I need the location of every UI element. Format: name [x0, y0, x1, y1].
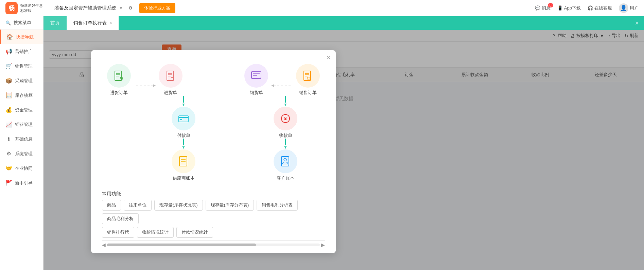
popup-close-button[interactable]: ×: [327, 54, 330, 61]
flow-node-receipt[interactable]: ¥ 收款单: [265, 107, 306, 139]
online-service-label: 在线客服: [594, 5, 612, 11]
box-icon: 📦: [5, 77, 12, 84]
quick-btn-stock-dist[interactable]: 现存量(库存分布表): [206, 200, 254, 211]
quick-btn-counterparty[interactable]: 往来单位: [124, 200, 152, 211]
home-icon: 🏠: [6, 34, 13, 40]
close-all-tabs-button[interactable]: ×: [635, 20, 639, 27]
scroll-left-button[interactable]: ◀: [102, 242, 106, 248]
dropdown-icon[interactable]: ▼: [119, 6, 123, 11]
common-functions-section: 常用功能 商品 往来单位 现存量(库存状况表) 现存量(库存分布表) 销售毛利分…: [102, 191, 325, 238]
gear-button[interactable]: ⚙: [126, 3, 135, 13]
spacer-po: [102, 96, 143, 107]
online-service-button[interactable]: 🎧 在线客服: [588, 5, 612, 11]
handshake-icon: 🤝: [5, 165, 12, 172]
flow-node-sales-bill[interactable]: 销货单: [239, 64, 274, 96]
svg-rect-9: [251, 72, 261, 78]
quick-btn-product-profit[interactable]: 商品毛利分析: [102, 213, 139, 224]
flow-row-payment-receipt: 付款单 ¥ 收款单: [102, 107, 325, 139]
flow-node-purchase-order[interactable]: 进货订单: [102, 64, 136, 96]
tab-close-button[interactable]: ×: [109, 21, 112, 25]
flow-node-payment[interactable]: 付款单: [163, 107, 204, 139]
tab-home[interactable]: 首页: [43, 16, 67, 30]
payment-icon: [172, 107, 195, 130]
scroll-right-button[interactable]: ▶: [321, 242, 325, 248]
spacer-da3: [143, 139, 163, 149]
experience-button[interactable]: 体验行业方案: [139, 3, 175, 13]
quick-btn-receipt-stats[interactable]: 收款情况统计: [137, 227, 174, 238]
sales-order-icon: [296, 64, 320, 88]
sidebar-item-quick[interactable]: 🏠 快捷导航: [0, 30, 43, 44]
chart-icon: 📈: [5, 121, 12, 128]
app-download-button[interactable]: 📱 App下载: [557, 5, 581, 11]
message-badge: 6: [548, 3, 553, 7]
headphone-icon: 🎧: [588, 5, 593, 11]
sidebar-item-system[interactable]: ⚙ 系统管理: [0, 146, 43, 161]
top-bar: 畅 畅康通好生意 标准版 装备及固定资产辅助管理系统 ▼ ⚙ 体验行业方案 💬 …: [0, 0, 644, 16]
sales-order-label: 销售订单: [299, 90, 317, 96]
quick-btn-sales-profit[interactable]: 销售毛利分析表: [257, 200, 298, 211]
purchase-bill-label: 进货单: [164, 90, 177, 96]
flow-node-sales-order[interactable]: 销售订单: [291, 64, 325, 96]
quick-btn-stock-status[interactable]: 现存量(库存状况表): [154, 200, 203, 211]
system-name: 装备及固定资产辅助管理系统: [54, 5, 116, 11]
sidebar-item-purchase[interactable]: 📦 采购管理: [0, 73, 43, 88]
calculator-icon: 🧮: [5, 92, 12, 98]
sidebar-label-finance: 资金管理: [15, 107, 33, 113]
sidebar-label-operations: 经营管理: [15, 122, 33, 128]
sidebar-item-sales[interactable]: 🛒 销售管理: [0, 59, 43, 73]
purchase-order-icon: [107, 64, 131, 88]
logo-area: 畅 畅康通好生意 标准版: [5, 2, 49, 14]
tab-sales-exec[interactable]: 销售订单执行表 ×: [67, 16, 119, 30]
user-button[interactable]: 👤 用户: [619, 3, 639, 13]
search-icon: 🔍: [5, 20, 11, 25]
phone-icon: 📱: [557, 5, 563, 11]
spacer-mid: [204, 96, 265, 107]
flag-icon: 🚩: [5, 180, 12, 186]
flow-node-supplier-ledger[interactable]: 供应商账本: [163, 149, 204, 181]
sidebar: 🔍 搜索菜单 🏠 快捷导航 📢 营销推广 🛒 销售管理 📦 采购管理 🧮: [0, 16, 43, 270]
svg-rect-19: [180, 119, 182, 120]
cart-icon: 🛒: [5, 63, 12, 69]
settings-icon: ⚙: [5, 150, 12, 157]
sidebar-label-quick: 快捷导航: [16, 34, 34, 40]
search-menu-button[interactable]: 🔍 搜索菜单: [0, 16, 43, 30]
tab-sales-exec-label: 销售订单执行表: [73, 20, 107, 26]
quick-btn-product[interactable]: 商品: [102, 200, 121, 211]
flow-node-customer-ledger[interactable]: 客户账本: [265, 149, 306, 181]
sidebar-label-system: 系统管理: [15, 151, 33, 157]
content-area: 首页 销售订单执行表 × × ？ 帮助: [43, 16, 644, 270]
top-right: 💬 消息 6 📱 App下载 🎧 在线客服 👤 用户: [535, 3, 639, 13]
svg-rect-5: [167, 71, 174, 80]
common-functions-title: 常用功能: [102, 191, 325, 197]
flow-row-arrows: ▼ ▼: [102, 96, 325, 107]
down-arrow-payment: ▼: [163, 139, 204, 149]
sidebar-item-operations[interactable]: 📈 经营管理: [0, 117, 43, 132]
scroll-track[interactable]: [107, 244, 320, 246]
user-avatar: 👤: [619, 3, 628, 13]
down-arrow-purchase-bill: ▼: [163, 96, 204, 107]
sidebar-item-enterprise[interactable]: 🤝 企业协同: [0, 161, 43, 176]
svg-text:¥: ¥: [284, 116, 287, 121]
sidebar-item-finance[interactable]: 💰 资金管理: [0, 103, 43, 117]
user-name: 用户: [630, 5, 639, 11]
sidebar-item-basic[interactable]: ℹ 基础信息: [0, 132, 43, 146]
sidebar-item-inventory[interactable]: 🧮 库存核算: [0, 88, 43, 103]
quick-btn-payment-stats[interactable]: 付款情况统计: [176, 227, 213, 238]
sidebar-item-guide[interactable]: 🚩 新手引导: [0, 176, 43, 190]
tab-bar: 首页 销售订单执行表 × ×: [43, 16, 644, 30]
svg-rect-17: [179, 116, 188, 122]
flow-row-top: 进货订单 ▶: [102, 64, 325, 96]
receipt-icon: ¥: [274, 107, 297, 130]
supplier-ledger-icon: [172, 149, 195, 173]
down-arrow-receipt: ▼: [265, 139, 306, 149]
system-title: 装备及固定资产辅助管理系统 ▼: [54, 5, 123, 11]
svg-rect-27: [281, 157, 289, 166]
logo-icon: 畅: [5, 2, 18, 14]
quick-btn-sales-rank[interactable]: 销售排行榜: [102, 227, 134, 238]
svg-point-28: [284, 158, 286, 161]
svg-rect-23: [179, 158, 180, 165]
sidebar-item-marketing[interactable]: 📢 营销推广: [0, 44, 43, 59]
flow-popup: × 进货订单: [91, 50, 336, 253]
flow-node-purchase-bill[interactable]: 进货单: [153, 64, 188, 96]
message-button[interactable]: 💬 消息 6: [535, 5, 551, 11]
